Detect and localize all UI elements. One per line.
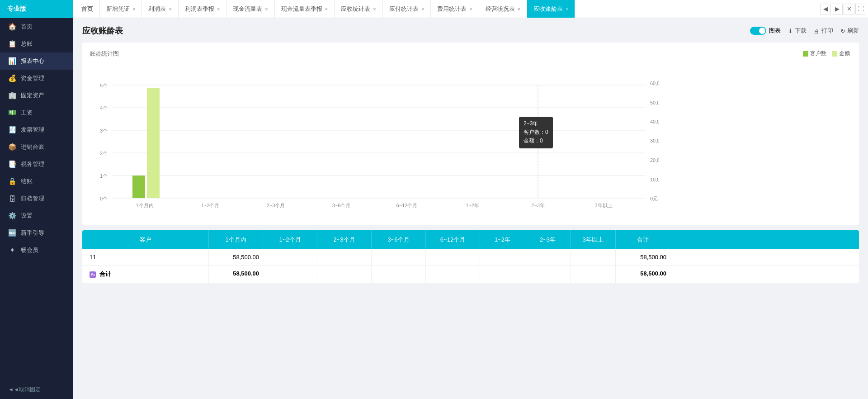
tab-close-ar-stat[interactable]: × (373, 6, 376, 12)
download-icon: ⬇ (788, 28, 793, 34)
tab-profit[interactable]: 利润表 × (142, 0, 178, 18)
svg-text:2个: 2个 (100, 151, 108, 156)
table-total-row: Ai 合计 58,500.00 58,500.00 (82, 266, 859, 283)
tab-close-voucher[interactable]: × (132, 6, 135, 12)
sidebar-item-invoice[interactable]: 🧾 发票管理 (0, 121, 73, 138)
tab-bar: 首页 新增凭证 × 利润表 × 利润表季报 × 现金流量表 × 现金流量表季报 … (73, 0, 868, 18)
tab-close-expense-stat[interactable]: × (469, 6, 472, 12)
tab-close-all-button[interactable]: ✕ (844, 4, 854, 14)
tab-navigation: ◀ ▶ ✕ ⛶ (820, 4, 866, 14)
svg-text:1~2个月: 1~2个月 (201, 203, 220, 208)
tab-expense-stat[interactable]: 费用统计表 × (431, 0, 479, 18)
svg-text:10,000.00元: 10,000.00元 (650, 177, 659, 182)
legend-count-color (803, 51, 808, 57)
svg-text:50,000.00元: 50,000.00元 (650, 100, 659, 105)
th-m12: 1~2个月 (263, 230, 317, 249)
tab-ap-stat[interactable]: 应付统计表 × (383, 0, 431, 18)
sidebar-item-assets[interactable]: 🏢 固定资产 (0, 87, 73, 104)
cell-m36 (372, 249, 426, 265)
invoice-icon: 🧾 (8, 126, 16, 134)
tab-prev-button[interactable]: ◀ (820, 4, 831, 14)
th-m612: 6~12个月 (426, 230, 480, 249)
tab-close-ar-aging[interactable]: × (566, 6, 568, 12)
refresh-button[interactable]: ↻ 刷新 (840, 27, 859, 35)
sidebar-item-fund[interactable]: 💰 资金管理 (0, 70, 73, 87)
svg-text:20,000.00元: 20,000.00元 (650, 157, 659, 163)
sidebar-item-archive[interactable]: 🗄 归档管理 (0, 190, 73, 207)
cell-m1: 58,500.00 (209, 249, 263, 265)
sidebar-item-report[interactable]: 📊 报表中心 (0, 52, 73, 70)
legend-customer-count: 客户数 (803, 50, 826, 57)
th-total: 合计 (616, 230, 670, 249)
data-table: 客户 1个月内 1~2个月 2~3个月 3~6个月 6~12个月 1~2年 2~… (82, 230, 859, 283)
report-icon: 📊 (8, 57, 16, 65)
cell-customer: 11 (82, 249, 209, 265)
home-icon: 🏠 (8, 23, 16, 31)
sidebar-item-settings[interactable]: ⚙️ 设置 (0, 207, 73, 224)
th-y3plus: 3年以上 (571, 230, 616, 249)
svg-text:6~12个月: 6~12个月 (396, 203, 418, 208)
tab-home[interactable]: 首页 (75, 0, 100, 18)
tab-biz-stat[interactable]: 经营状况表 × (479, 0, 527, 18)
print-button[interactable]: 🖨 打印 (814, 27, 833, 35)
fund-icon: 💰 (8, 74, 16, 82)
chart-legend: 客户数 金额 (803, 50, 850, 57)
svg-text:4个: 4个 (100, 105, 108, 111)
tab-voucher[interactable]: 新增凭证 × (100, 0, 142, 18)
sidebar-item-ledger[interactable]: 📋 总账 (0, 35, 73, 52)
chart-area: 账龄统计图 客户数 金额 0个 1个 2个 3个 4个 (82, 43, 859, 225)
svg-text:3个: 3个 (100, 128, 108, 133)
page-title: 应收账龄表 (82, 25, 123, 36)
tax-icon: 📑 (8, 160, 16, 168)
tab-ar-stat[interactable]: 应收统计表 × (335, 0, 382, 18)
sidebar-item-inventory[interactable]: 📦 进销台账 (0, 138, 73, 156)
bar-amount-1m (147, 88, 160, 198)
sidebar-item-guide[interactable]: 🆕 新手引导 (0, 224, 73, 242)
th-m23: 2~3个月 (317, 230, 372, 249)
svg-text:1~2年: 1~2年 (466, 203, 479, 208)
refresh-icon: ↻ (840, 28, 845, 34)
sidebar-unpin-button[interactable]: ◄◄取消固定 (0, 380, 73, 399)
chart-svg: 0个 1个 2个 3个 4个 5个 0元 10,000.00元 20,000.0… (90, 62, 659, 216)
total-m612 (426, 266, 480, 283)
chart-svg-wrap: 0个 1个 2个 3个 4个 5个 0元 10,000.00元 20,000.0… (90, 62, 852, 218)
sidebar-item-tax[interactable]: 📑 税务管理 (0, 156, 73, 173)
tab-close-cashflow-q[interactable]: × (325, 6, 328, 12)
tab-ar-aging[interactable]: 应收账龄表 × (527, 0, 575, 18)
tab-profit-q[interactable]: 利润表季报 × (179, 0, 226, 18)
svg-text:5个: 5个 (100, 83, 108, 88)
page-title-bar: 应收账龄表 图表 ⬇ 下载 🖨 打印 ↻ 刷新 (82, 25, 859, 36)
sidebar-item-home[interactable]: 🏠 首页 (0, 18, 73, 35)
total-y23 (525, 266, 571, 283)
total-m36 (372, 266, 426, 283)
tab-cashflow[interactable]: 现金流量表 × (226, 0, 274, 18)
tab-close-ap-stat[interactable]: × (421, 6, 424, 12)
tab-cashflow-q[interactable]: 现金流量表季报 × (275, 0, 335, 18)
legend-amount: 金额 (832, 50, 850, 57)
tab-close-biz-stat[interactable]: × (518, 6, 520, 12)
th-customer: 客户 (82, 230, 209, 249)
download-button[interactable]: ⬇ 下载 (788, 27, 807, 35)
th-y12: 1~2年 (480, 230, 525, 249)
cell-m23 (317, 249, 372, 265)
tab-next-button[interactable]: ▶ (832, 4, 843, 14)
sidebar-item-salary[interactable]: 💵 工资 (0, 104, 73, 121)
tab-close-profit-q[interactable]: × (217, 6, 220, 12)
svg-text:30,000.00元: 30,000.00元 (650, 138, 659, 143)
ledger-icon: 📋 (8, 40, 16, 48)
sidebar-item-settlement[interactable]: 🔒 结账 (0, 173, 73, 190)
tab-close-profit[interactable]: × (169, 6, 171, 12)
total-m1: 58,500.00 (209, 266, 263, 283)
settings-icon: ⚙️ (8, 212, 16, 220)
member-icon: ✦ (8, 246, 16, 254)
cell-m612 (426, 249, 480, 265)
sidebar-item-member[interactable]: ✦ 畅会员 (0, 242, 73, 259)
tab-maximize-button[interactable]: ⛶ (855, 4, 866, 14)
svg-text:1个月内: 1个月内 (136, 203, 153, 208)
chart-toggle[interactable] (750, 27, 766, 35)
total-icon: Ai (90, 271, 96, 278)
cell-m12 (263, 249, 317, 265)
guide-icon: 🆕 (8, 229, 16, 237)
cell-y12 (480, 249, 525, 265)
tab-close-cashflow[interactable]: × (265, 6, 268, 12)
